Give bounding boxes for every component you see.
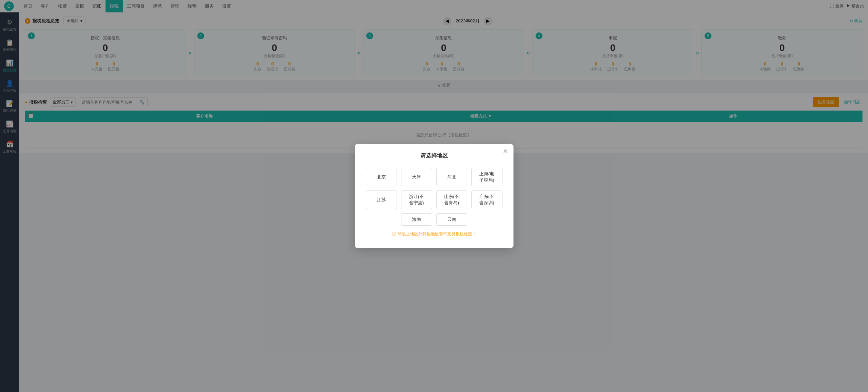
region-btn-jiangsu[interactable]: 江苏: [366, 190, 397, 209]
dialog-overlay[interactable]: ✕ 请选择地区 北京 天津 河北 上海(电子税局) 江苏 浙江(不含宁波) 山东…: [0, 0, 868, 392]
dialog-warning: ⓘ 除以上地区外其他地区暂不支持报税检查！: [366, 231, 502, 237]
region-btn-hainan[interactable]: 海南: [401, 213, 432, 226]
region-row-1: 北京 天津 河北 上海(电子税局): [366, 168, 502, 186]
region-row-3: 海南 云南: [366, 213, 502, 226]
region-row-2: 江苏 浙江(不含宁波) 山东(不含青岛) 广东(不含深圳): [366, 190, 502, 209]
warning-icon: ⓘ: [392, 231, 396, 237]
region-btn-shandong[interactable]: 山东(不含青岛): [436, 190, 467, 209]
region-btn-shanghai[interactable]: 上海(电子税局): [471, 168, 502, 186]
region-btn-guangdong[interactable]: 广东(不含深圳): [471, 190, 502, 209]
region-btn-zhejiang[interactable]: 浙江(不含宁波): [401, 190, 432, 209]
dialog-title: 请选择地区: [366, 152, 502, 159]
region-btn-hebei[interactable]: 河北: [436, 168, 467, 186]
region-btn-beijing[interactable]: 北京: [366, 168, 397, 186]
dialog-close-button[interactable]: ✕: [503, 148, 508, 154]
region-select-dialog: ✕ 请选择地区 北京 天津 河北 上海(电子税局) 江苏 浙江(不含宁波) 山东…: [355, 144, 513, 248]
region-btn-yunnan[interactable]: 云南: [436, 213, 467, 226]
region-btn-tianjin[interactable]: 天津: [401, 168, 432, 186]
warning-text: 除以上地区外其他地区暂不支持报税检查！: [398, 231, 476, 237]
